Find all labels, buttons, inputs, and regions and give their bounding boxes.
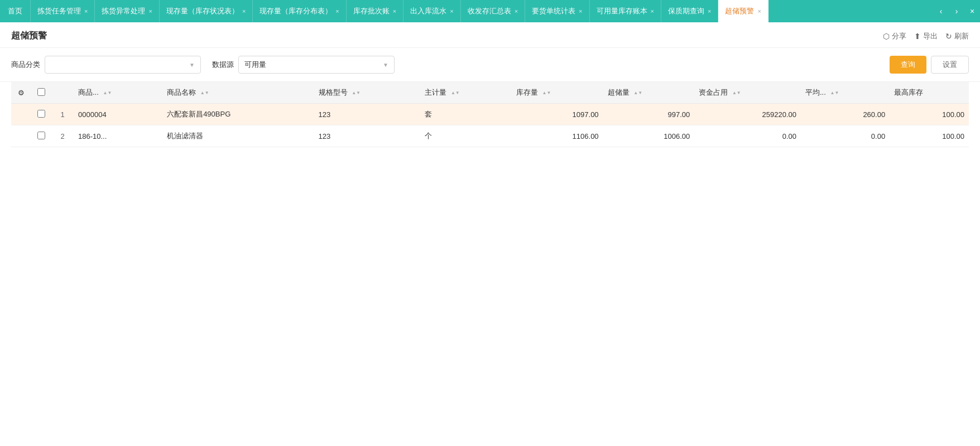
page-title: 超储预警	[11, 30, 47, 42]
row-spec: 123	[314, 104, 421, 125]
row-checkbox[interactable]	[37, 110, 45, 118]
category-label: 商品分类	[11, 60, 40, 70]
row-code: 0000004	[74, 104, 162, 125]
datasource-label: 数据源	[212, 60, 234, 70]
datasource-filter-group: 数据源 可用量 ▼	[212, 56, 395, 74]
refresh-icon: ↻	[945, 32, 952, 41]
select-all-header[interactable]	[31, 82, 51, 104]
sort-icon-overflow: ▲▼	[633, 91, 642, 95]
sort-icon-capital: ▲▼	[732, 91, 741, 95]
row-capital: 0.00	[694, 125, 801, 147]
refresh-button[interactable]: ↻ 刷新	[945, 31, 969, 41]
filter-actions: 查询 设置	[890, 56, 969, 74]
row-unit: 个	[420, 125, 512, 147]
nav-home[interactable]: 首页	[0, 0, 31, 22]
close-tab-1[interactable]: ×	[84, 8, 88, 14]
sort-icon-name: ▲▼	[200, 91, 209, 95]
col-maxstock-header[interactable]: 最高库存	[890, 82, 969, 104]
col-name-header[interactable]: 商品名称 ▲▼	[162, 82, 314, 104]
col-code-header[interactable]: 商品... ▲▼	[74, 82, 162, 104]
row-code: 186-10...	[74, 125, 162, 147]
page-content: 超储预警 ⬡ 分享 ⬆ 导出 ↻ 刷新 商品分类 ▼ 数据源	[0, 22, 980, 446]
sort-icon-spec: ▲▼	[352, 91, 361, 95]
row-stock: 1097.00	[512, 104, 603, 125]
row-overflow: 997.00	[603, 104, 695, 125]
data-table: ⚙ 商品... ▲▼ 商品名称 ▲▼ 规格型号 ▲▼	[11, 82, 969, 147]
nav-close-button[interactable]: ×	[964, 0, 980, 22]
row-name: 机油滤清器	[162, 125, 314, 147]
col-avg-header[interactable]: 平均... ▲▼	[801, 82, 890, 104]
tab-拣货任务管理[interactable]: 拣货任务管理 ×	[31, 0, 95, 22]
tab-收发存汇总表[interactable]: 收发存汇总表 ×	[461, 0, 525, 22]
row-spec: 123	[314, 125, 421, 147]
col-stock-header[interactable]: 库存量 ▲▼	[512, 82, 603, 104]
nav-arrow-group: ‹ › ×	[933, 0, 980, 22]
query-button[interactable]: 查询	[890, 56, 926, 74]
col-overflow-header[interactable]: 超储量 ▲▼	[603, 82, 695, 104]
tab-保质期查询[interactable]: 保质期查询 ×	[661, 0, 718, 22]
close-tab-11[interactable]: ×	[757, 8, 761, 14]
row-avg: 260.00	[801, 104, 890, 125]
row-gear-icon	[11, 104, 31, 125]
top-navigation: 首页 拣货任务管理 × 拣货异常处理 × 现存量（库存状况表） × 现存量（库存…	[0, 0, 980, 22]
export-button[interactable]: ⬆ 导出	[914, 31, 938, 41]
category-select[interactable]: ▼	[45, 56, 201, 74]
col-capital-header[interactable]: 资金占用 ▲▼	[694, 82, 801, 104]
close-tab-10[interactable]: ×	[708, 8, 711, 14]
row-stock: 1106.00	[512, 125, 603, 147]
close-tab-6[interactable]: ×	[450, 8, 453, 14]
close-tab-8[interactable]: ×	[579, 8, 582, 14]
table-header-row: ⚙ 商品... ▲▼ 商品名称 ▲▼ 规格型号 ▲▼	[11, 82, 969, 104]
row-overflow: 1006.00	[603, 125, 695, 147]
datasource-select-value: 可用量	[244, 60, 266, 70]
tab-超储预警[interactable]: 超储预警 ×	[718, 0, 768, 22]
col-index-header	[51, 82, 74, 104]
share-button[interactable]: ⬡ 分享	[883, 31, 906, 41]
category-filter-group: 商品分类 ▼	[11, 56, 201, 74]
row-unit: 套	[420, 104, 512, 125]
table-settings-icon[interactable]: ⚙	[11, 82, 31, 104]
table-row: 1 0000004 六配套新昌490BPG 123 套 1097.00 997.…	[11, 104, 969, 125]
tab-出入库流水[interactable]: 出入库流水 ×	[403, 0, 460, 22]
close-tab-3[interactable]: ×	[242, 8, 246, 14]
row-checkbox-cell[interactable]	[31, 104, 51, 125]
page-header: 超储预警 ⬡ 分享 ⬆ 导出 ↻ 刷新	[0, 22, 980, 48]
tab-可用量库存账本[interactable]: 可用量库存账本 ×	[590, 0, 661, 22]
row-maxstock: 100.00	[890, 104, 969, 125]
nav-next-button[interactable]: ›	[949, 0, 964, 22]
tab-库存批次账[interactable]: 库存批次账 ×	[347, 0, 403, 22]
row-gear-icon	[11, 125, 31, 147]
sort-icon-code: ▲▼	[103, 91, 112, 95]
datasource-select[interactable]: 可用量 ▼	[238, 56, 395, 74]
row-capital: 259220.00	[694, 104, 801, 125]
nav-prev-button[interactable]: ‹	[933, 0, 949, 22]
settings-button[interactable]: 设置	[931, 56, 969, 74]
close-tab-4[interactable]: ×	[335, 8, 339, 14]
table-row: 2 186-10... 机油滤清器 123 个 1106.00 1006.00 …	[11, 125, 969, 147]
close-tab-2[interactable]: ×	[148, 8, 152, 14]
table-container: ⚙ 商品... ▲▼ 商品名称 ▲▼ 规格型号 ▲▼	[0, 82, 980, 147]
close-tab-5[interactable]: ×	[393, 8, 396, 14]
row-checkbox-cell[interactable]	[31, 125, 51, 147]
row-avg: 0.00	[801, 125, 890, 147]
close-tab-7[interactable]: ×	[515, 8, 518, 14]
tab-现存量库存分布表[interactable]: 现存量（库存分布表） ×	[253, 0, 346, 22]
share-icon: ⬡	[883, 32, 890, 41]
close-tab-9[interactable]: ×	[651, 8, 654, 14]
sort-icon-stock: ▲▼	[542, 91, 551, 95]
sort-icon-unit: ▲▼	[451, 91, 460, 95]
row-checkbox[interactable]	[37, 132, 45, 139]
row-index: 2	[51, 125, 74, 147]
tab-现存量库存状况表[interactable]: 现存量（库存状况表） ×	[160, 0, 253, 22]
chevron-down-icon-2: ▼	[383, 62, 388, 68]
sort-icon-avg: ▲▼	[830, 91, 839, 95]
tab-拣货异常处理[interactable]: 拣货异常处理 ×	[95, 0, 159, 22]
col-spec-header[interactable]: 规格型号 ▲▼	[314, 82, 421, 104]
row-maxstock: 100.00	[890, 125, 969, 147]
row-name: 六配套新昌490BPG	[162, 104, 314, 125]
select-all-checkbox[interactable]	[37, 88, 45, 96]
header-actions: ⬡ 分享 ⬆ 导出 ↻ 刷新	[883, 31, 969, 41]
tab-要货单统计表[interactable]: 要货单统计表 ×	[525, 0, 589, 22]
chevron-down-icon: ▼	[189, 62, 195, 68]
col-unit-header[interactable]: 主计量 ▲▼	[420, 82, 512, 104]
